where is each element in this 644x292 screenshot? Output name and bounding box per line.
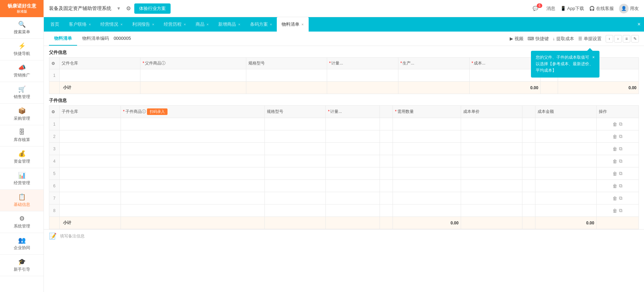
document-settings-btn[interactable]: ☰ 单据设置 [578, 36, 602, 42]
child-row-3-warehouse[interactable] [60, 143, 121, 155]
child-row-4-qty-unit[interactable] [326, 155, 380, 167]
child-row-8-product[interactable] [121, 205, 264, 217]
sidebar-item-0[interactable]: 🔍搜索菜单 [0, 17, 44, 39]
child-row-2-needed-qty[interactable] [393, 130, 461, 143]
child-row-4-spec[interactable] [264, 155, 326, 167]
child-row-4-cost-price[interactable] [461, 155, 522, 167]
child-row-2-delete-btn[interactable]: 🗑 [612, 134, 617, 139]
child-row-7-qty-unit[interactable] [326, 192, 380, 205]
nav-tab-close-2[interactable]: × [120, 22, 122, 26]
child-row-7-product[interactable] [121, 192, 264, 205]
nav-tab-2[interactable]: 经营情况× [96, 17, 127, 32]
video-btn[interactable]: ▶ 视频 [510, 36, 523, 42]
nav-tab-close-3[interactable]: × [152, 22, 154, 26]
child-row-5-copy-btn[interactable]: ⧉ [619, 171, 622, 176]
child-row-6-qty-unit[interactable] [326, 180, 380, 192]
nav-tab-0[interactable]: 首页 [46, 17, 64, 32]
sidebar-item-8[interactable]: 📋基础信息 [0, 190, 44, 211]
child-row-3-spec[interactable] [264, 143, 326, 155]
parent-row-1-warehouse[interactable] [60, 69, 140, 82]
nav-tab-3[interactable]: 利润报告× [127, 17, 159, 32]
child-row-1-copy-btn[interactable]: ⧉ [619, 121, 622, 127]
child-row-1-product[interactable] [121, 118, 264, 130]
child-row-1-delete-btn[interactable]: 🗑 [612, 121, 617, 127]
child-row-8-delete-btn[interactable]: 🗑 [612, 208, 617, 213]
child-row-8-copy-btn[interactable]: ⧉ [619, 208, 622, 213]
child-row-4-delete-btn[interactable]: 🗑 [612, 159, 617, 164]
child-row-6-spec[interactable] [264, 180, 326, 192]
nav-tab-close-5[interactable]: × [207, 22, 209, 26]
child-row-6-cost-price[interactable] [461, 180, 522, 192]
close-all-tabs-btn[interactable]: × [636, 20, 642, 29]
app-download-item[interactable]: 📱 App下载 [560, 5, 584, 12]
child-row-1-qty-unit[interactable] [326, 118, 380, 130]
child-row-4-warehouse[interactable] [60, 155, 121, 167]
child-row-4-needed-qty[interactable] [393, 155, 461, 167]
parent-row-1-spec[interactable] [246, 69, 327, 82]
nav-tab-close-7[interactable]: × [270, 22, 272, 26]
sidebar-item-6[interactable]: 💰资金管理 [0, 147, 44, 168]
shortcut-btn[interactable]: ⌨ 快捷键 [528, 36, 549, 42]
child-row-7-needed-qty[interactable] [393, 192, 461, 205]
child-row-5-qty-unit[interactable] [326, 167, 380, 180]
child-row-3-product[interactable] [121, 143, 264, 155]
settings-icon[interactable]: ⚙ [126, 5, 131, 12]
child-row-5-spec[interactable] [264, 167, 326, 180]
parent-row-1-product[interactable] [140, 69, 246, 82]
child-row-6-warehouse[interactable] [60, 180, 121, 192]
child-row-3-needed-qty[interactable] [393, 143, 461, 155]
child-row-2-qty-unit[interactable] [326, 130, 380, 143]
edit-view-btn[interactable]: ✎ [631, 35, 639, 43]
sidebar-item-5[interactable]: 🗄库存核算 [0, 125, 44, 147]
child-row-7-spec[interactable] [264, 192, 326, 205]
child-row-1-warehouse[interactable] [60, 118, 121, 130]
child-row-3-cost-price[interactable] [461, 143, 522, 155]
child-row-5-delete-btn[interactable]: 🗑 [612, 171, 617, 176]
child-row-6-needed-qty[interactable] [393, 180, 461, 192]
nav-tab-5[interactable]: 商品× [191, 17, 213, 32]
child-row-7-warehouse[interactable] [60, 192, 121, 205]
extract-cost-btn[interactable]: ↓ 提取成本 [553, 36, 574, 42]
nav-tab-6[interactable]: 新增商品× [213, 17, 245, 32]
sidebar-item-11[interactable]: 🎓新手引导 [0, 255, 44, 276]
list-view-btn[interactable]: ≡ [623, 35, 630, 43]
parent-row-1-qty[interactable] [327, 69, 398, 82]
child-row-8-warehouse[interactable] [60, 205, 121, 217]
child-row-1-spec[interactable] [264, 118, 326, 130]
child-row-2-copy-btn[interactable]: ⧉ [619, 133, 622, 139]
online-service-item[interactable]: 🎧 在线客服 [589, 5, 614, 12]
parent-row-1-cost[interactable] [469, 69, 541, 82]
child-row-4-product[interactable] [121, 155, 264, 167]
nav-tab-4[interactable]: 经营历程× [159, 17, 190, 32]
child-row-7-copy-btn[interactable]: ⧉ [619, 195, 622, 201]
nav-tab-close-1[interactable]: × [89, 22, 91, 26]
child-row-4-copy-btn[interactable]: ⧉ [619, 158, 622, 164]
prev-page-btn[interactable]: ‹ [606, 35, 613, 43]
messages-item[interactable]: 💬 6 消息 [533, 5, 555, 12]
child-row-5-product[interactable] [121, 167, 264, 180]
child-row-5-cost-price[interactable] [461, 167, 522, 180]
tooltip-close-btn[interactable]: × [592, 54, 595, 61]
nav-tab-7[interactable]: 条码方案× [245, 17, 277, 32]
trial-button[interactable]: 体验行业方案 [134, 3, 171, 14]
nav-tab-8[interactable]: 物料清单× [277, 17, 308, 32]
sidebar-item-7[interactable]: 📊经营管理 [0, 168, 44, 190]
sidebar-item-9[interactable]: ⚙系统管理 [0, 211, 44, 233]
nav-tab-close-4[interactable]: × [184, 22, 186, 26]
nav-tab-1[interactable]: 客户联络× [64, 17, 96, 32]
sidebar-item-2[interactable]: 📣营销推广 [0, 60, 44, 82]
child-row-2-warehouse[interactable] [60, 130, 121, 143]
child-row-5-needed-qty[interactable] [393, 167, 461, 180]
child-row-5-warehouse[interactable] [60, 167, 121, 180]
parent-row-1-produce[interactable] [398, 69, 469, 82]
child-row-6-product[interactable] [121, 180, 264, 192]
sidebar-item-1[interactable]: ⚡快捷导航 [0, 39, 44, 60]
nav-tab-close-8[interactable]: × [301, 22, 304, 26]
child-row-6-delete-btn[interactable]: 🗑 [612, 183, 617, 189]
child-row-6-copy-btn[interactable]: ⧉ [619, 183, 622, 189]
child-row-2-spec[interactable] [264, 130, 326, 143]
child-row-1-cost-price[interactable] [461, 118, 522, 130]
child-row-3-delete-btn[interactable]: 🗑 [612, 146, 617, 152]
child-row-2-cost-price[interactable] [461, 130, 522, 143]
child-row-8-qty-unit[interactable] [326, 205, 380, 217]
